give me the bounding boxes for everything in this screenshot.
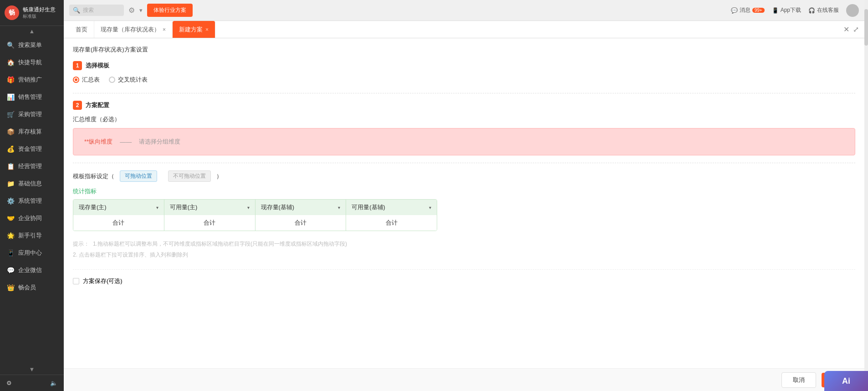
sidebar-item-system[interactable]: ⚙️ 系统管理 — [0, 192, 64, 210]
online-service-item[interactable]: 🎧 在线客服 — [808, 6, 839, 14]
sidebar-item-purchase[interactable]: 🛒 采购管理 — [0, 106, 64, 123]
sidebar-nav: 🔍 搜索菜单 🏠 快捷导航 🎁 营销推广 📊 销售管理 🛒 采购管理 📦 库存核… — [0, 36, 64, 364]
page-title: 现存量(库存状况表)方案设置 — [73, 46, 855, 54]
stats-header-col-3[interactable]: 可用量(基辅) ▾ — [346, 200, 437, 215]
search-menu-icon: 🔍 — [6, 41, 15, 49]
sidebar-bottom: ⚙ 🔈 — [0, 375, 64, 391]
stats-header-col-1[interactable]: 可用量(主) ▾ — [164, 200, 255, 215]
user-avatar[interactable] — [846, 4, 859, 17]
stats-cell-3: 合计 — [346, 215, 437, 231]
settings-icon[interactable]: ⚙ — [6, 380, 12, 386]
draggable-tag-label: 可拖动位置 — [125, 172, 152, 180]
tab-expand-btn[interactable]: ⤢ — [853, 25, 859, 34]
sidebar: 畅 畅康通好生意 标准版 ▲ 🔍 搜索菜单 🏠 快捷导航 🎁 营销推广 📊 销售… — [0, 0, 64, 391]
messages-label: 消息 — [740, 6, 751, 14]
search-text: 搜索 — [83, 6, 94, 14]
finance-icon: 💰 — [6, 145, 15, 153]
stats-header-col-2-label: 现存量(基辅) — [261, 203, 295, 211]
sidebar-item-member[interactable]: 👑 畅会员 — [0, 279, 64, 296]
tip-prefix: 提示： — [73, 238, 89, 249]
operations-icon: 📋 — [6, 162, 15, 170]
app-download-item[interactable]: 📱 App下载 — [772, 6, 801, 14]
stats-cell-2: 合计 — [255, 215, 347, 231]
sidebar-item-label: 基础信息 — [18, 180, 42, 188]
footer: 取消 查询 — [64, 368, 864, 391]
section-1-number: 1 — [73, 61, 82, 70]
sidebar-item-marketing[interactable]: 🎁 营销推广 — [0, 71, 64, 88]
tab-home-label: 首页 — [76, 26, 87, 34]
marketing-icon: 🎁 — [6, 76, 15, 84]
save-checkbox[interactable] — [73, 278, 79, 284]
stats-header-col-3-label: 可用量(基辅) — [352, 203, 385, 211]
search-icon: 🔍 — [73, 7, 80, 14]
sidebar-item-app-center[interactable]: 📱 应用中心 — [0, 244, 64, 262]
sound-icon[interactable]: 🔈 — [50, 380, 57, 386]
sidebar-item-wechat[interactable]: 💬 企业微信 — [0, 262, 64, 279]
ai-fab-button[interactable]: Ai — [824, 371, 868, 391]
radio-cross[interactable]: 交叉统计表 — [109, 76, 148, 84]
tab-home[interactable]: 首页 — [69, 21, 94, 38]
sidebar-item-finance[interactable]: 💰 资金管理 — [0, 140, 64, 158]
scrollbar-thumb — [864, 9, 868, 46]
section-1-header: 1 选择模板 — [73, 61, 855, 70]
non-draggable-tag-label: 不可拖动位置 — [173, 172, 206, 180]
section-1-title: 选择模板 — [86, 62, 109, 70]
tab-new-scheme-close[interactable]: × — [205, 26, 209, 33]
sidebar-item-quick-nav[interactable]: 🏠 快捷导航 — [0, 54, 64, 71]
sidebar-item-label: 系统管理 — [18, 197, 42, 205]
stats-cell-1: 合计 — [164, 215, 255, 231]
topbar-gear-icon[interactable]: ⚙ — [128, 6, 135, 15]
stats-header-col-1-label: 可用量(主) — [170, 203, 198, 211]
tab-inventory-status[interactable]: 现存量（库存状况表） × — [94, 21, 173, 38]
section-2-header: 2 方案配置 — [73, 101, 855, 110]
section-2-number: 2 — [73, 101, 82, 110]
inventory-icon: 📦 — [6, 128, 15, 136]
messages-badge: 99+ — [752, 8, 765, 13]
sidebar-item-inventory[interactable]: 📦 库存核算 — [0, 123, 64, 140]
app-download-icon: 📱 — [772, 7, 779, 14]
stats-header-col-2[interactable]: 现存量(基辅) ▾ — [255, 200, 347, 215]
sidebar-item-sales[interactable]: 📊 销售管理 — [0, 88, 64, 106]
dimension-box: **纵向维度 —— 请选择分组维度 — [73, 128, 855, 155]
industry-btn[interactable]: 体验行业方案 — [147, 4, 193, 17]
sidebar-item-operations[interactable]: 📋 经营管理 — [0, 158, 64, 175]
purchase-icon: 🛒 — [6, 110, 15, 118]
tab-inventory-status-close[interactable]: × — [163, 26, 166, 33]
app-name: 畅康通好生意 — [23, 6, 56, 14]
tab-close-btn[interactable]: ✕ — [843, 25, 849, 34]
topbar-right: 💬 消息 99+ 📱 App下载 🎧 在线客服 — [731, 4, 859, 17]
app-download-label: App下载 — [781, 6, 801, 14]
sidebar-item-label: 营销推广 — [18, 76, 42, 84]
tabs-bar: 首页 现存量（库存状况表） × 新建方案 × ✕ ⤢ — [64, 21, 864, 38]
draggable-tag: 可拖动位置 — [120, 170, 157, 182]
cancel-button[interactable]: 取消 — [781, 372, 816, 388]
stats-header-col-0[interactable]: 现存量(主) ▾ — [73, 200, 164, 215]
sidebar-item-cooperation[interactable]: 🤝 企业协同 — [0, 210, 64, 227]
indicator-settings-row: 模板指标设定（ 可拖动位置 不可拖动位置 ） — [73, 170, 855, 182]
right-scrollbar[interactable] — [864, 0, 868, 391]
cooperation-icon: 🤝 — [6, 214, 15, 222]
radio-summary-label: 汇总表 — [82, 76, 100, 84]
sidebar-item-label: 搜索菜单 — [18, 41, 42, 49]
indicator-settings-label: 模板指标设定（ — [73, 172, 114, 180]
sidebar-item-label: 应用中心 — [18, 249, 42, 257]
topbar-dropdown-icon[interactable]: ▾ — [139, 7, 143, 14]
sidebar-item-label: 采购管理 — [18, 110, 42, 118]
chevron-down-icon-0: ▾ — [156, 205, 158, 210]
dim-placeholder: 请选择分组维度 — [139, 138, 180, 146]
sidebar-item-basic-info[interactable]: 📁 基础信息 — [0, 175, 64, 192]
online-service-icon: 🎧 — [808, 7, 815, 14]
sidebar-scroll-up[interactable]: ▲ — [0, 26, 64, 36]
radio-summary[interactable]: 汇总表 — [73, 76, 100, 84]
sidebar-scroll-down[interactable]: ▼ — [0, 364, 64, 375]
topbar: 🔍 搜索 ⚙ ▾ 体验行业方案 💬 消息 99+ 📱 App下载 🎧 在线客服 — [64, 0, 864, 21]
topbar-search-box[interactable]: 🔍 搜索 — [69, 5, 124, 16]
sidebar-item-search-menu[interactable]: 🔍 搜索菜单 — [0, 36, 64, 54]
messages-icon: 💬 — [731, 7, 738, 14]
chevron-down-icon-3: ▾ — [429, 205, 431, 210]
sidebar-item-label: 经营管理 — [18, 162, 42, 170]
messages-item[interactable]: 💬 消息 99+ — [731, 6, 765, 14]
ai-fab-label: Ai — [842, 376, 850, 386]
tab-new-scheme[interactable]: 新建方案 × — [173, 21, 215, 38]
sidebar-item-guide[interactable]: 🌟 新手引导 — [0, 227, 64, 244]
